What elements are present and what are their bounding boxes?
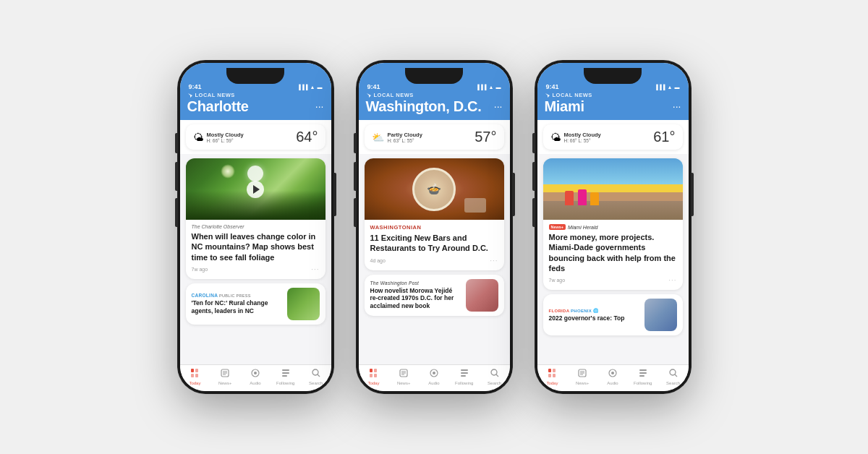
location-arrow-icon	[187, 93, 193, 98]
tab-bar-2: Today News+ Audio	[359, 364, 510, 391]
local-news-label-3: LOCAL NEWS	[545, 92, 592, 98]
tab-newsplus-3[interactable]: News+	[570, 368, 595, 385]
tab-audio-3[interactable]: Audio	[600, 368, 625, 385]
weather-condition-1: Mostly Cloudy	[207, 132, 244, 138]
tab-label-newsplus-1: News+	[218, 381, 232, 385]
svg-rect-27	[461, 375, 466, 377]
tab-label-search-1: Search	[309, 381, 323, 385]
newsplus-icon-2	[399, 368, 409, 380]
today-icon-2	[368, 368, 378, 380]
small-story-text-1: CAROLINA Public Press 'Ten for NC:' Rura…	[192, 293, 281, 314]
svg-point-43	[670, 369, 676, 375]
tab-search-3[interactable]: Search	[660, 368, 686, 385]
weather-condition-2: Partly Cloudy	[388, 132, 422, 138]
tab-label-audio-2: Audio	[428, 381, 439, 385]
tab-search-1[interactable]: Search	[303, 368, 328, 385]
phone-notch-2	[405, 68, 463, 84]
tab-today-2[interactable]: Today	[361, 368, 386, 385]
weather-hl-1: H: 66° L: 59°	[207, 138, 244, 143]
small-source-2: The Washington Post	[370, 280, 460, 286]
news-meta-1: 7w ago ···	[192, 265, 320, 273]
status-time-2: 9:41	[367, 83, 380, 90]
svg-line-29	[496, 374, 498, 377]
small-headline-2: How novelist Morowa Yejidé re-created 19…	[370, 287, 460, 310]
small-source-3: FLORIDA PHOENIX 🌐	[549, 308, 639, 313]
header-dots-2[interactable]: ···	[494, 100, 503, 112]
today-icon-3	[547, 368, 557, 380]
top-story-body-2: WASHINGTONIAN 11 Exciting New Bars and R…	[365, 220, 504, 270]
weather-text-1: Mostly Cloudy H: 66° L: 59°	[207, 132, 244, 143]
small-story-card-3[interactable]: FLORIDA PHOENIX 🌐 2022 governor's race: …	[543, 294, 683, 335]
tab-today-1[interactable]: Today	[182, 368, 208, 385]
signal-icon: ▐▐▐	[297, 85, 308, 90]
wifi-icon-3: ▲	[668, 85, 673, 90]
svg-point-9	[254, 372, 257, 374]
small-headline-1: 'Ten for NC:' Rural change agents, leade…	[192, 299, 281, 314]
tab-audio-1[interactable]: Audio	[242, 368, 268, 385]
news-dots-2[interactable]: ···	[490, 257, 498, 265]
svg-rect-30	[548, 369, 551, 372]
tab-audio-2[interactable]: Audio	[421, 368, 446, 385]
local-news-label-1: LOCAL NEWS	[187, 92, 249, 98]
svg-rect-2	[191, 374, 194, 377]
top-story-headline-1: When will leaves change color in NC moun…	[192, 231, 320, 262]
svg-rect-40	[639, 369, 647, 371]
weather-card-1[interactable]: 🌤 Mostly Cloudy H: 66° L: 59° 64°	[186, 124, 326, 150]
small-story-card-1[interactable]: CAROLINA Public Press 'Ten for NC:' Rura…	[186, 283, 326, 325]
small-story-text-2: The Washington Post How novelist Morowa …	[370, 280, 460, 310]
top-story-headline-2: 11 Exciting New Bars and Restaurants to …	[370, 233, 498, 254]
top-story-body-3: News+ Miami Herald More money, more proj…	[543, 220, 683, 290]
tab-newsplus-2[interactable]: News+	[391, 368, 417, 385]
top-story-image-2: 🍲	[365, 158, 504, 220]
weather-condition-3: Mostly Cloudy	[564, 132, 601, 138]
person-thumbnail	[466, 279, 498, 312]
source-extra-1: Public Press	[219, 294, 251, 298]
phone-screen-1: 9:41 ▐▐▐ ▲ ▬ LOCAL NEWS Charlotte	[180, 63, 331, 391]
weather-card-2[interactable]: ⛅ Partly Cloudy H: 63° L: 55° 57°	[365, 124, 504, 150]
side-button-power	[333, 173, 336, 216]
following-icon-2	[459, 368, 469, 380]
header-dots-3[interactable]: ···	[673, 100, 681, 112]
svg-rect-33	[553, 374, 556, 377]
city-name-1: Charlotte	[187, 98, 249, 114]
audio-icon-2	[429, 368, 439, 380]
top-story-card-2[interactable]: 🍲 WASHINGTONIAN 11 Exciting New Bars and…	[365, 158, 504, 270]
tab-following-2[interactable]: Following	[451, 368, 477, 385]
svg-rect-16	[374, 369, 377, 372]
tab-today-3[interactable]: Today	[540, 368, 565, 385]
weather-left-2: ⛅ Partly Cloudy H: 63° L: 55°	[372, 132, 422, 143]
news-dots-1[interactable]: ···	[311, 265, 319, 273]
signal-icon-3: ▐▐▐	[655, 85, 665, 90]
tab-following-3[interactable]: Following	[630, 368, 655, 385]
weather-card-3[interactable]: 🌤 Mostly Cloudy H: 66° L: 55° 61°	[543, 124, 683, 150]
top-story-card-3[interactable]: News+ Miami Herald More money, more proj…	[543, 158, 683, 290]
small-source-1: CAROLINA Public Press	[192, 293, 281, 298]
phone-notch-3	[584, 68, 642, 84]
tab-search-2[interactable]: Search	[482, 368, 507, 385]
svg-rect-17	[370, 374, 373, 377]
small-story-card-2[interactable]: The Washington Post How novelist Morowa …	[365, 275, 504, 316]
news-dots-3[interactable]: ···	[668, 276, 676, 284]
weather-icon-3: 🌤	[550, 132, 561, 143]
weather-hl-3: H: 66° L: 55°	[564, 138, 601, 143]
top-story-card-1[interactable]: The Charlotte Observer When will leaves …	[186, 158, 326, 279]
news-time-2: 4d ago	[370, 258, 386, 263]
side-button-power-2	[512, 173, 515, 216]
tab-bar-3: Today News+ Audio	[537, 364, 689, 391]
tab-label-following-1: Following	[276, 381, 294, 385]
side-button-silent	[175, 133, 178, 153]
header-dots-1[interactable]: ···	[315, 100, 324, 112]
audio-icon-1	[250, 368, 260, 380]
play-button-1[interactable]	[247, 181, 264, 198]
tab-label-following-3: Following	[634, 381, 652, 385]
weather-icon-1: 🌤	[193, 132, 203, 143]
svg-rect-15	[370, 369, 373, 372]
source-name-1: The Charlotte Observer	[192, 224, 320, 229]
mountains-thumbnail	[287, 288, 320, 320]
tab-label-audio-3: Audio	[607, 381, 618, 385]
tab-newsplus-1[interactable]: News+	[213, 368, 238, 385]
tab-following-1[interactable]: Following	[273, 368, 298, 385]
side-button-vol-up-3	[532, 162, 535, 191]
weather-icon-2: ⛅	[372, 132, 384, 143]
svg-rect-32	[548, 374, 551, 377]
